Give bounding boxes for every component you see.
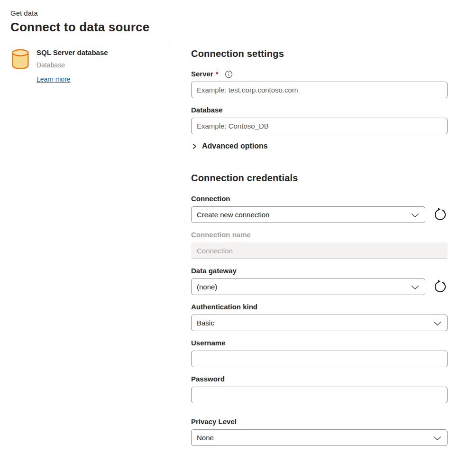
chevron-down-icon <box>411 284 419 291</box>
server-label: Server <box>191 70 213 78</box>
connect-data-source-dialog: Get data Connect to data source SQL Serv… <box>0 0 476 473</box>
connector-panel: SQL Server database Database Learn more <box>0 41 170 464</box>
connector-category: Database <box>37 61 108 69</box>
password-field: Password <box>191 375 448 403</box>
refresh-connections-button[interactable] <box>433 207 448 223</box>
username-label: Username <box>191 339 226 347</box>
chevron-down-icon <box>433 320 441 327</box>
required-marker: * <box>216 70 219 78</box>
refresh-gateways-button[interactable] <box>433 279 448 295</box>
connector-card: SQL Server database Database Learn more <box>0 41 170 83</box>
data-gateway-select[interactable]: (none) <box>191 278 425 295</box>
data-gateway-label: Data gateway <box>191 267 237 275</box>
connection-name-input <box>191 242 448 259</box>
refresh-icon <box>433 279 448 294</box>
password-input[interactable] <box>191 387 448 403</box>
connection-select[interactable]: Create new connection <box>191 206 425 223</box>
connection-field: Connection Create new connection <box>191 195 448 223</box>
advanced-options-toggle[interactable]: Advanced options <box>191 142 448 150</box>
refresh-icon <box>433 207 448 222</box>
server-input[interactable] <box>191 82 448 98</box>
privacy-level-select[interactable]: None <box>191 429 448 446</box>
password-label: Password <box>191 375 225 383</box>
connector-info: SQL Server database Database Learn more <box>37 48 108 83</box>
username-field: Username <box>191 339 448 367</box>
privacy-level-label: Privacy Level <box>191 417 237 426</box>
authentication-kind-label: Authentication kind <box>191 303 257 311</box>
database-cylinder-icon <box>11 49 29 83</box>
dialog-content: SQL Server database Database Learn more … <box>0 41 476 464</box>
advanced-options-label: Advanced options <box>202 142 268 150</box>
info-icon[interactable] <box>225 70 233 78</box>
chevron-down-icon <box>433 435 441 442</box>
breadcrumb: Get data <box>10 9 476 18</box>
learn-more-link[interactable]: Learn more <box>37 75 71 83</box>
connection-name-field: Connection name <box>191 231 448 259</box>
server-field: Server * <box>191 70 448 98</box>
chevron-right-icon <box>191 143 198 150</box>
username-input[interactable] <box>191 351 448 367</box>
connection-form: Connection settings Server * <box>170 41 476 464</box>
privacy-level-select-value: None <box>197 434 214 442</box>
authentication-kind-select-value: Basic <box>197 319 214 327</box>
connection-settings-heading: Connection settings <box>191 47 476 60</box>
privacy-level-field: Privacy Level None <box>191 417 448 446</box>
authentication-kind-field: Authentication kind Basic <box>191 303 448 331</box>
data-gateway-select-value: (none) <box>197 283 217 291</box>
data-gateway-field: Data gateway (none) <box>191 267 448 295</box>
connection-label: Connection <box>191 195 230 203</box>
page-title: Connect to data source <box>10 19 476 35</box>
database-label: Database <box>191 106 223 114</box>
connection-name-label: Connection name <box>191 231 251 239</box>
database-input[interactable] <box>191 118 448 134</box>
database-field: Database <box>191 106 448 134</box>
chevron-down-icon <box>411 212 419 219</box>
connection-select-value: Create new connection <box>197 211 269 219</box>
authentication-kind-select[interactable]: Basic <box>191 315 448 331</box>
connection-credentials-heading: Connection credentials <box>191 172 476 184</box>
connector-name: SQL Server database <box>37 48 108 57</box>
dialog-header: Get data Connect to data source <box>0 0 476 35</box>
